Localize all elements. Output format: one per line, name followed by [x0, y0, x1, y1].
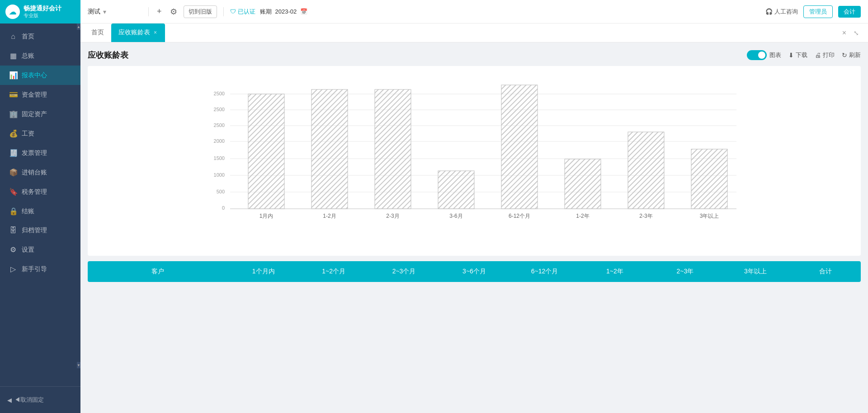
sidebar-item-assets[interactable]: 🏢 固定资产 — [0, 104, 80, 124]
table-header: 客户 1个月内 1~2个月 2~3个月 3~6个月 6~12个月 1~2年 2~… — [88, 261, 861, 282]
bar-1-2month — [311, 89, 348, 209]
sidebar-item-invoice[interactable]: 🧾 发票管理 — [0, 143, 80, 163]
x-label-2-3month: 2-3月 — [386, 213, 399, 219]
print-label: 打印 — [823, 51, 835, 59]
switch-version-button[interactable]: 切到旧版 — [184, 5, 217, 18]
add-icon: + — [157, 7, 162, 16]
chart-toggle[interactable] — [747, 50, 767, 60]
sidebar-scroll-down[interactable]: ▼ — [77, 362, 80, 368]
sidebar-item-label: 结账 — [22, 207, 34, 216]
main-area: 测试 ▾ + ⚙ 切到旧版 🛡 已认证 账期 2023-02 📅 🎧 人工咨询 — [80, 0, 868, 413]
funds-icon: 💳 — [9, 90, 17, 99]
download-label: 下载 — [796, 51, 807, 59]
close-tab-action[interactable]: × — [840, 27, 848, 39]
y-label-1500: 1500 — [214, 155, 225, 161]
close-period-icon: 🔒 — [9, 207, 17, 216]
toggle-thumb — [758, 52, 765, 59]
archive-icon: 🗄 — [9, 226, 17, 235]
certified-label: 已认证 — [238, 8, 255, 16]
headset-icon: 🎧 — [765, 8, 773, 15]
shield-icon: 🛡 — [230, 8, 236, 15]
role-label: 会计 — [844, 8, 855, 15]
sidebar-item-reports[interactable]: 📊 报表中心 — [0, 66, 80, 85]
th-2-3year: 2~3年 — [650, 261, 720, 282]
calendar-icon[interactable]: 📅 — [300, 8, 307, 15]
workspace-name: 测试 — [88, 8, 100, 16]
x-label-1-2month: 1-2月 — [323, 213, 336, 219]
sales-icon: 📦 — [9, 168, 17, 177]
sidebar-item-settings[interactable]: ⚙ 设置 — [0, 240, 80, 259]
sidebar-item-label: 固定资产 — [22, 110, 47, 118]
unfix-sidebar-button[interactable]: ◀ ◀取消固定 — [0, 391, 80, 408]
topbar-divider-1 — [148, 7, 149, 16]
x-label-6-12month: 6-12个月 — [509, 213, 530, 219]
th-1-2year: 1~2年 — [580, 261, 650, 282]
refresh-label: 刷新 — [849, 51, 861, 59]
expand-tab-action[interactable]: ⤡ — [852, 28, 861, 38]
consult-label: 人工咨询 — [774, 8, 798, 16]
page-container: 应收账龄表 图表 ⬇ 下载 � — [80, 42, 868, 413]
topbar-divider-2 — [223, 7, 224, 16]
refresh-icon: ↻ — [842, 52, 847, 59]
user-button[interactable]: 管理员 — [803, 5, 833, 18]
topbar-right: 🎧 人工咨询 管理员 会计 — [765, 5, 861, 18]
sidebar-item-ledger[interactable]: ▦ 总账 — [0, 46, 80, 66]
reports-icon: 📊 — [9, 71, 17, 80]
sidebar-item-label: 进销台账 — [22, 169, 47, 177]
y-label-1000: 1000 — [214, 172, 225, 178]
chart-toggle-label: 图表 — [769, 51, 781, 59]
tab-receivable-label: 应收账龄表 — [118, 28, 150, 37]
refresh-button[interactable]: ↻ 刷新 — [842, 51, 861, 59]
tab-home[interactable]: 首页 — [84, 23, 111, 42]
th-total: 合计 — [791, 261, 861, 282]
sidebar: ☁ 畅捷通好会计 专业版 ▲ ⌂ 首页 ▦ 总账 📊 报表中心 💳 — [0, 0, 80, 413]
chart-svg: 2500 2500 2500 2000 1500 1000 500 0 — [97, 75, 852, 238]
download-button[interactable]: ⬇ 下载 — [788, 51, 807, 59]
y-label-2500b: 2500 — [214, 107, 225, 112]
sidebar-item-label: 归档管理 — [22, 226, 47, 235]
role-button[interactable]: 会计 — [838, 6, 861, 18]
sidebar-item-funds[interactable]: 💳 资金管理 — [0, 85, 80, 104]
invoice-icon: 🧾 — [9, 149, 17, 157]
sidebar-nav: ⌂ 首页 ▦ 总账 📊 报表中心 💳 资金管理 🏢 固定资产 💰 工资 — [0, 23, 80, 386]
toggle-track[interactable] — [747, 50, 767, 60]
th-1-2month: 1~2个月 — [298, 261, 368, 282]
sidebar-item-payroll[interactable]: 💰 工资 — [0, 124, 80, 143]
sidebar-item-archive[interactable]: 🗄 归档管理 — [0, 221, 80, 240]
print-button[interactable]: 🖨 打印 — [815, 51, 835, 59]
page-header: 应收账龄表 图表 ⬇ 下载 � — [88, 50, 861, 61]
certified-badge: 🛡 已认证 — [230, 8, 255, 16]
th-6-12month: 6~12个月 — [509, 261, 580, 282]
sidebar-scroll-up[interactable]: ▲ — [77, 23, 80, 30]
sidebar-item-close[interactable]: 🔒 结账 — [0, 202, 80, 221]
bar-1-2year — [565, 159, 601, 209]
y-label-0: 0 — [222, 205, 225, 211]
x-label-1-2year: 1-2年 — [576, 213, 589, 219]
guide-icon: ▷ — [9, 265, 17, 273]
chart-toggle-group: 图表 — [747, 50, 781, 60]
tab-close-icon[interactable]: × — [153, 29, 158, 36]
x-label-1month: 1月内 — [259, 213, 274, 219]
y-label-2000: 2000 — [214, 138, 225, 144]
consult-button[interactable]: 🎧 人工咨询 — [765, 8, 798, 16]
bar-2-3year — [628, 132, 664, 209]
add-button[interactable]: + — [155, 5, 164, 18]
tab-receivable[interactable]: 应收账龄表 × — [111, 23, 165, 42]
sidebar-item-home[interactable]: ⌂ 首页 — [0, 27, 80, 46]
home-icon: ⌂ — [9, 33, 17, 41]
sidebar-bottom: ◀ ◀取消固定 — [0, 386, 80, 413]
y-label-500: 500 — [217, 189, 225, 194]
tabbar-actions: × ⤡ — [837, 23, 864, 42]
bar-6-12month — [501, 85, 538, 209]
settings-button[interactable]: ⚙ — [168, 5, 179, 19]
th-customer: 客户 — [88, 261, 228, 282]
period-value: 2023-02 — [275, 8, 297, 15]
workspace-selector[interactable]: 测试 ▾ — [88, 8, 142, 16]
bar-3plus-year — [691, 149, 727, 209]
page-actions: 图表 ⬇ 下载 🖨 打印 ↻ 刷新 — [747, 50, 861, 60]
x-label-3plus-year: 3年以上 — [700, 213, 719, 219]
sidebar-item-label: 新手引导 — [22, 265, 47, 273]
sidebar-item-sales[interactable]: 📦 进销台账 — [0, 163, 80, 182]
sidebar-item-guide[interactable]: ▷ 新手引导 — [0, 259, 80, 279]
sidebar-item-tax[interactable]: 🔖 税务管理 — [0, 182, 80, 202]
